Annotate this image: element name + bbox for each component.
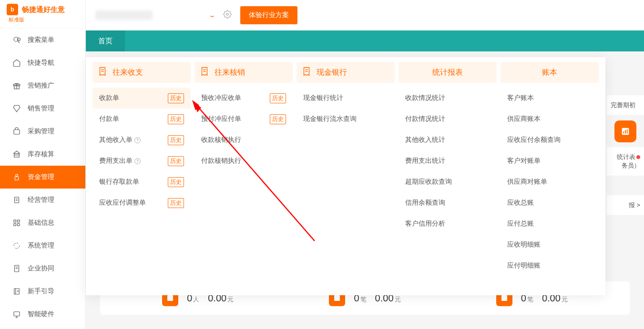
svg-point-9 <box>16 174 18 177</box>
mega-item-3-2[interactable]: 其他收入统计 <box>397 130 499 150</box>
mega-item-3-4[interactable]: 超期应收款查询 <box>397 171 499 192</box>
history-tag[interactable]: 历史 <box>168 177 184 187</box>
sidebar-item-label: 快捷导航 <box>28 59 54 67</box>
sidebar-item-1[interactable]: 快捷导航 <box>0 51 85 74</box>
mega-item-2-1[interactable]: 现金银行流水查询 <box>295 109 397 130</box>
history-tag[interactable]: 历史 <box>168 114 184 124</box>
mega-item-4-7[interactable]: 应收明细账 <box>499 234 601 255</box>
sidebar-item-9[interactable]: 系统管理 <box>0 234 85 257</box>
mega-item-3-6[interactable]: 客户信用分析 <box>397 213 499 234</box>
logo-subtitle: 标准版 <box>9 16 79 23</box>
mega-item-label: 应收应付调整单 <box>99 199 146 207</box>
history-tag[interactable]: 历史 <box>168 135 184 145</box>
mega-item-label: 供应商对账单 <box>507 178 547 186</box>
mega-item-1-2[interactable]: 收款核销执行 <box>193 130 295 150</box>
help-icon[interactable]: ? <box>134 158 141 164</box>
svg-rect-15 <box>14 224 16 226</box>
receipt-icon <box>301 66 312 79</box>
mega-item-3-5[interactable]: 信用余额查询 <box>397 192 499 213</box>
mega-column-1: 往来核销预收冲应收单历史预付冲应付单历史收款核销执行付款核销执行 <box>193 62 295 276</box>
history-tag[interactable]: 历史 <box>270 93 286 103</box>
svg-rect-16 <box>18 224 20 226</box>
mega-item-4-1[interactable]: 供应商账本 <box>499 109 601 130</box>
sidebar-item-4[interactable]: 采购管理 <box>0 120 85 143</box>
gear-icon[interactable] <box>223 10 232 20</box>
mega-item-4-0[interactable]: 客户账本 <box>499 88 601 109</box>
experience-button[interactable]: 体验行业方案 <box>240 6 297 24</box>
sidebar-item-11[interactable]: 新手引导 <box>0 280 85 303</box>
mega-item-label: 超期应收款查询 <box>405 178 452 186</box>
mega-item-label: 现金银行统计 <box>303 94 343 102</box>
sidebar-item-label: 搜索菜单 <box>28 36 54 44</box>
header: ⌄ 体验行业方案 <box>86 0 644 30</box>
mega-item-4-4[interactable]: 供应商对账单 <box>499 171 601 192</box>
house-icon <box>12 150 21 159</box>
mega-item-label: 应付明细账 <box>507 261 541 270</box>
book-icon <box>12 287 21 296</box>
sidebar-item-10[interactable]: 企业协同 <box>0 257 85 280</box>
mega-item-1-0[interactable]: 预收冲应收单历史 <box>193 88 295 109</box>
mega-item-label: 收款单 <box>99 94 119 102</box>
history-tag[interactable]: 历史 <box>168 93 184 103</box>
mega-item-3-0[interactable]: 收款情况统计 <box>397 88 499 109</box>
mega-menu: 往来收支收款单历史付款单历史其他收入单?历史费用支出单?历史银行存取款单历史应收… <box>86 57 605 295</box>
sidebar-item-7[interactable]: 经营管理 <box>0 189 85 211</box>
logo-title: 畅捷通好生意 <box>22 5 65 14</box>
mega-item-2-0[interactable]: 现金银行统计 <box>295 88 397 109</box>
mega-item-0-3[interactable]: 费用支出单?历史 <box>91 150 193 171</box>
sidebar-item-3[interactable]: 销售管理 <box>0 97 85 120</box>
sidebar-item-2[interactable]: 营销推广 <box>0 74 85 97</box>
company-select[interactable]: ⌄ <box>95 10 215 20</box>
history-tag[interactable]: 历史 <box>270 114 286 124</box>
mega-item-0-1[interactable]: 付款单历史 <box>91 109 193 130</box>
svg-rect-37 <box>625 130 626 133</box>
sidebar-item-label: 采购管理 <box>28 127 54 136</box>
receipt-icon <box>97 66 108 79</box>
mega-item-1-1[interactable]: 预付冲应付单历史 <box>193 109 295 130</box>
mega-item-label: 预付冲应付单 <box>201 115 241 123</box>
sidebar-item-label: 新手引导 <box>28 287 54 296</box>
sidebar-item-0[interactable]: 搜索菜单 <box>0 29 85 51</box>
mega-item-4-3[interactable]: 客户对账单 <box>499 150 601 171</box>
mega-item-label: 付款核销执行 <box>201 157 241 165</box>
mega-item-label: 供应商账本 <box>507 115 541 123</box>
svg-rect-13 <box>14 220 16 222</box>
mega-item-4-8[interactable]: 应付明细账 <box>499 255 601 276</box>
mega-item-label: 费用支出统计 <box>405 157 445 165</box>
history-tag[interactable]: 历史 <box>168 156 184 166</box>
svg-rect-36 <box>623 131 624 134</box>
sidebar-item-label: 经营管理 <box>28 196 54 204</box>
company-name-blurred <box>95 10 153 20</box>
mega-item-1-3[interactable]: 付款核销执行 <box>193 150 295 171</box>
sidebar-item-12[interactable]: 智能硬件 <box>0 303 85 326</box>
mega-item-3-1[interactable]: 付款情况统计 <box>397 109 499 130</box>
mega-item-0-5[interactable]: 应收应付调整单历史 <box>91 192 193 213</box>
mega-header-title: 统计报表 <box>432 68 463 78</box>
gift-icon <box>12 81 21 90</box>
tab-home[interactable]: 首页 <box>86 30 125 51</box>
right-hint-1: 完善期初 <box>607 95 644 116</box>
mega-item-0-0[interactable]: 收款单历史 <box>92 88 191 109</box>
right-stat-icon[interactable] <box>614 120 636 142</box>
mega-item-4-2[interactable]: 应收应付余额查询 <box>499 130 601 150</box>
mega-item-0-4[interactable]: 银行存取款单历史 <box>91 171 193 192</box>
money-icon <box>12 173 21 181</box>
mega-item-0-2[interactable]: 其他收入单?历史 <box>91 130 193 150</box>
mega-item-label: 付款情况统计 <box>405 115 445 123</box>
sidebar-item-8[interactable]: 基础信息 <box>0 211 85 234</box>
mega-item-label: 银行存取款单 <box>99 178 139 186</box>
chevron-down-icon: ⌄ <box>208 12 216 19</box>
right-hint-3[interactable]: 报 > <box>607 195 644 216</box>
mega-item-3-3[interactable]: 费用支出统计 <box>397 150 499 171</box>
history-tag[interactable]: 历史 <box>168 198 184 208</box>
mega-item-label: 其他收入统计 <box>405 136 445 144</box>
sidebar-item-6[interactable]: 资金管理 <box>0 166 85 189</box>
sidebar-item-5[interactable]: 库存核算 <box>0 143 85 166</box>
mega-item-4-6[interactable]: 应付总账 <box>499 213 601 234</box>
svg-point-25 <box>226 13 229 16</box>
mega-item-label: 客户账本 <box>507 94 534 102</box>
mega-column-4: 账本客户账本供应商账本应收应付余额查询客户对账单供应商对账单应收总账应付总账应收… <box>499 62 601 276</box>
mega-item-4-5[interactable]: 应收总账 <box>499 192 601 213</box>
help-icon[interactable]: ? <box>134 137 141 143</box>
svg-rect-6 <box>14 130 20 134</box>
